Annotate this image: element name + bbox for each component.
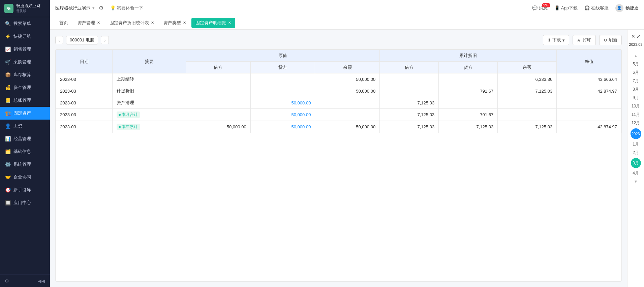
sidebar-item-ledger[interactable]: 📒 总账管理 bbox=[0, 94, 50, 107]
scroll-up-button[interactable]: ▲ bbox=[633, 52, 639, 60]
app-download-button[interactable]: 📱 App下载 bbox=[554, 5, 578, 11]
sidebar-item-guide[interactable]: 🎯 新手引导 bbox=[0, 184, 50, 196]
sidebar-item-operations[interactable]: 📊 经营管理 bbox=[0, 132, 50, 145]
payroll-icon: 👤 bbox=[5, 123, 11, 129]
download-icon: 📱 bbox=[554, 5, 560, 10]
company-selector[interactable]: 医疗器械行业演示 ▾ bbox=[55, 5, 95, 11]
message-button[interactable]: 💬 消息 99+ bbox=[532, 5, 548, 11]
refresh-button[interactable]: ↻ 刷新 bbox=[599, 35, 622, 45]
sidebar-bottom: ⚙ ◀◀ bbox=[0, 275, 50, 287]
tab-close-asset-detail[interactable]: ✕ bbox=[228, 21, 231, 25]
month-12[interactable]: 12月 bbox=[628, 119, 643, 127]
sidebar-item-payroll[interactable]: 👤 工资 bbox=[0, 120, 50, 132]
cell-ad-credit-1: 791.67 bbox=[439, 85, 498, 97]
sidebar-item-basic-info[interactable]: 🗂️ 基础信息 bbox=[0, 145, 50, 158]
sidebar-item-purchase[interactable]: 🛒 采购管理 bbox=[0, 56, 50, 68]
inventory-icon: 📦 bbox=[5, 72, 11, 77]
tab-close-asset-type[interactable]: ✕ bbox=[183, 21, 186, 25]
user-info[interactable]: 👤 畅捷通 bbox=[615, 4, 639, 12]
month-7[interactable]: 7月 bbox=[628, 77, 643, 85]
tab-close-depreciation-stat[interactable]: ✕ bbox=[151, 21, 154, 25]
sidebar-nav: ⚡ 快捷导航 📈 销售管理 🛒 采购管理 📦 库存核算 💰 资金管理 📒 总账管… bbox=[0, 30, 50, 275]
col-summary: 摘要 bbox=[113, 50, 186, 73]
month-2[interactable]: 2月 bbox=[628, 149, 643, 157]
cell-ov-credit-4: 50,000.00 bbox=[250, 121, 315, 133]
cell-ov-balance-0: 50,000.00 bbox=[315, 73, 380, 85]
month-8[interactable]: 8月 bbox=[628, 86, 643, 93]
prev-asset-button[interactable]: ‹ bbox=[55, 36, 63, 44]
settings-icon[interactable]: ⚙ bbox=[99, 5, 103, 11]
cell-ad-debit-4: 7,125.03 bbox=[380, 121, 439, 133]
cell-ov-debit-2 bbox=[186, 97, 250, 109]
tab-asset-detail[interactable]: 固定资产明细账 ✕ bbox=[191, 18, 235, 28]
avatar: 👤 bbox=[615, 4, 623, 12]
month-10[interactable]: 10月 bbox=[628, 102, 643, 110]
sidebar-item-fixed-assets[interactable]: 🏗️ 固定资产 bbox=[0, 107, 50, 120]
tab-home[interactable]: 首页 bbox=[55, 18, 72, 28]
cell-ad-credit-3: 791.67 bbox=[439, 109, 498, 121]
tab-depreciation-stat[interactable]: 固定资产折旧统计表 ✕ bbox=[105, 18, 158, 28]
right-panel: ✕ ⤢ 2023.03 ▲ 5月 6月 7月 8月 9月 10月 11月 12月… bbox=[627, 30, 644, 287]
cell-date-1: 2023-03 bbox=[56, 85, 113, 97]
table-row: 2023-03 计提折旧 50,000.00 791.67 7,125.03 4… bbox=[56, 85, 621, 97]
scroll-down-button[interactable]: ▼ bbox=[633, 178, 639, 185]
print-icon: 🖨 bbox=[577, 38, 581, 43]
close-panel-button[interactable]: ✕ bbox=[631, 34, 635, 39]
cell-net-value-1: 42,874.97 bbox=[557, 85, 621, 97]
data-table: 日期 摘要 原值 累计折旧 净值 借方 贷方 余额 借方 贷方 余额 bbox=[55, 49, 622, 282]
sidebar-item-inventory[interactable]: 📦 库存核算 bbox=[0, 68, 50, 81]
download-button[interactable]: ⬇ 下载 ▾ bbox=[543, 35, 569, 45]
sidebar-item-system[interactable]: ⚙️ 系统管理 bbox=[0, 158, 50, 171]
main-area: 医疗器械行业演示 ▾ ⚙ 💡 我要体验一下 💬 消息 99+ 📱 App下载 🎧… bbox=[50, 0, 644, 287]
month-1[interactable]: 1月 bbox=[628, 140, 643, 148]
month-9[interactable]: 9月 bbox=[628, 94, 643, 102]
sidebar: 畅 畅捷通好业财 普及版 🔍 搜索菜单 ⚡ 快捷导航 📈 销售管理 🛒 采购管理… bbox=[0, 0, 50, 287]
cell-date-4: 2023-03 bbox=[56, 121, 113, 133]
sidebar-item-fund[interactable]: 💰 资金管理 bbox=[0, 81, 50, 94]
collapse-icon[interactable]: ◀◀ bbox=[38, 278, 45, 284]
col-ad-credit: 贷方 bbox=[439, 62, 498, 73]
sidebar-item-app-center[interactable]: 🔲 应用中心 bbox=[0, 196, 50, 209]
month-4[interactable]: 4月 bbox=[628, 169, 643, 177]
settings-icon[interactable]: ⚙ bbox=[5, 278, 9, 284]
purchase-icon: 🛒 bbox=[5, 59, 11, 65]
sidebar-item-enterprise[interactable]: 🤝 企业协同 bbox=[0, 171, 50, 184]
month-5[interactable]: 5月 bbox=[628, 60, 643, 68]
sidebar-item-quick-nav[interactable]: ⚡ 快捷导航 bbox=[0, 30, 50, 43]
tab-asset-type[interactable]: 资产类型 ✕ bbox=[159, 18, 190, 28]
experience-button[interactable]: 💡 我要体验一下 bbox=[110, 5, 143, 11]
month-6[interactable]: 6月 bbox=[628, 69, 643, 76]
tab-close-asset-mgmt[interactable]: ✕ bbox=[97, 21, 100, 25]
cell-date-3: 2023-03 bbox=[56, 109, 113, 121]
cell-ad-debit-1 bbox=[380, 85, 439, 97]
online-service-button[interactable]: 🎧 在线客服 bbox=[584, 5, 609, 11]
panel-divider bbox=[629, 50, 642, 50]
month-11[interactable]: 11月 bbox=[628, 111, 643, 119]
enterprise-icon: 🤝 bbox=[5, 174, 11, 180]
next-asset-button[interactable]: › bbox=[101, 36, 109, 44]
col-ov-balance: 余额 bbox=[315, 62, 380, 73]
operations-icon: 📊 bbox=[5, 136, 11, 141]
asset-label: 000001 电脑 bbox=[66, 36, 98, 44]
cell-summary-2: 资产清理 bbox=[113, 97, 186, 109]
cell-date-2: 2023-03 bbox=[56, 97, 113, 109]
month-3-active[interactable]: 3月 bbox=[631, 158, 641, 168]
col-ov-credit: 贷方 bbox=[250, 62, 315, 73]
cell-net-value-2 bbox=[557, 97, 621, 109]
tag-4: 本年累计 bbox=[117, 124, 140, 130]
company-name: 医疗器械行业演示 bbox=[55, 5, 90, 11]
refresh-icon: ↻ bbox=[604, 38, 607, 43]
search-menu-item[interactable]: 🔍 搜索菜单 bbox=[0, 17, 50, 30]
cell-ov-debit-1 bbox=[186, 85, 250, 97]
tab-asset-mgmt[interactable]: 资产管理 ✕ bbox=[73, 18, 104, 28]
year-label-2023: 2023 bbox=[631, 128, 641, 139]
sidebar-item-sales[interactable]: 📈 销售管理 bbox=[0, 43, 50, 56]
content-main: ‹ 000001 电脑 › ⬇ 下载 ▾ 🖨 打印 bbox=[50, 30, 627, 287]
message-badge: 99+ bbox=[542, 3, 550, 7]
cell-ad-credit-4: 7,125.03 bbox=[439, 121, 498, 133]
cell-ad-debit-2: 7,125.03 bbox=[380, 97, 439, 109]
service-icon: 🎧 bbox=[584, 5, 590, 10]
print-button[interactable]: 🖨 打印 bbox=[573, 35, 596, 45]
expand-panel-button[interactable]: ⤢ bbox=[637, 34, 641, 39]
tag-3: 本月合计 bbox=[117, 111, 140, 118]
